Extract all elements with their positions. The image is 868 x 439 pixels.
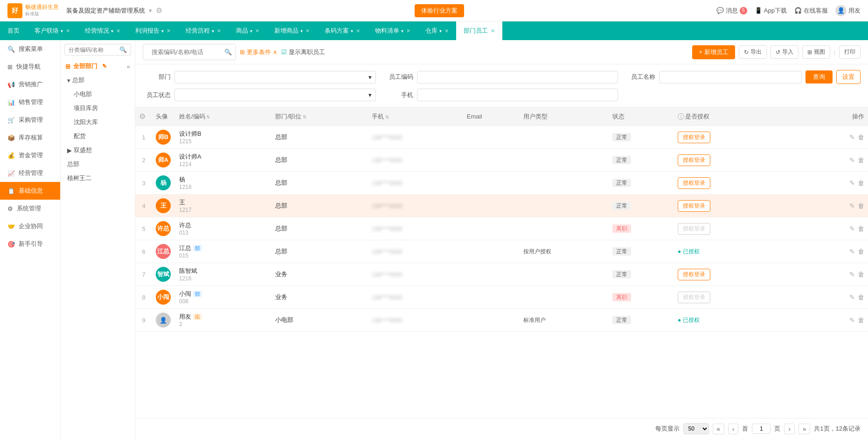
tab-warehouse[interactable]: 仓库 ▾✕ <box>418 21 456 40</box>
auth-btn[interactable]: 授权登录 <box>678 132 710 143</box>
dept-node-zongbu[interactable]: 总部 <box>61 157 135 171</box>
delete-icon[interactable]: 🗑 <box>858 248 864 255</box>
tab-close[interactable]: ✕ <box>255 28 259 34</box>
sidebar-item-inventory[interactable]: 📦 库存核算 <box>0 129 60 146</box>
show-inactive-label[interactable]: ☑ 显示离职员工 <box>281 48 325 56</box>
delete-icon[interactable]: 🗑 <box>858 316 864 324</box>
edit-icon[interactable]: ✎ <box>849 133 855 141</box>
dept-node-shuangsheng[interactable]: ▶ 双盛想 <box>61 143 135 157</box>
tab-close[interactable]: ✕ <box>217 28 221 34</box>
filter-dept-select[interactable]: ▾ <box>174 71 376 84</box>
first-page-btn[interactable]: « <box>713 424 724 434</box>
tab-customer[interactable]: 客户联络 ▾✕ <box>27 21 77 40</box>
tab-close[interactable]: ✕ <box>116 28 120 34</box>
tab-operation[interactable]: 经营情况 ▾✕ <box>77 21 128 40</box>
sidebar-item-basic[interactable]: 📋 基础信息 <box>0 182 60 200</box>
delete-icon[interactable]: 🗑 <box>858 133 864 141</box>
dept-edit-icon[interactable]: ✎ <box>102 63 107 70</box>
prev-page-btn[interactable]: ‹ <box>728 424 738 434</box>
auth-btn[interactable]: 授权登录 <box>678 154 710 166</box>
dropdown-icon[interactable]: ▾ <box>149 7 152 14</box>
auth-info-icon[interactable]: i <box>678 113 684 120</box>
sidebar-item-marketing[interactable]: 📢 营销推广 <box>0 76 60 93</box>
dept-node-shenyang[interactable]: 沈阳大库 <box>61 115 135 129</box>
tab-goods[interactable]: 商品 ▾✕ <box>229 21 267 40</box>
filter-settings-btn[interactable]: 设置 <box>836 70 861 84</box>
tab-close[interactable]: ✕ <box>356 28 360 34</box>
sidebar-item-management[interactable]: 📈 经营管理 <box>0 164 60 182</box>
auth-btn[interactable]: 授权登录 <box>678 292 710 303</box>
edit-icon[interactable]: ✎ <box>849 225 855 232</box>
sidebar-item-nav[interactable]: ⊞ 快捷导航 <box>0 58 60 76</box>
page-input[interactable] <box>752 424 771 434</box>
tab-close[interactable]: ✕ <box>167 28 171 34</box>
print-btn[interactable]: 打印 <box>839 45 861 59</box>
filter-phone-input[interactable] <box>417 89 618 101</box>
dept-node-zongbu-root[interactable]: ▾ 总部 <box>61 73 135 87</box>
tab-close[interactable]: ✕ <box>406 28 410 34</box>
tab-close[interactable]: ✕ <box>306 28 310 34</box>
edit-icon[interactable]: ✎ <box>849 293 855 301</box>
th-dept[interactable]: 部门/职位 <box>271 107 368 126</box>
edit-icon[interactable]: ✎ <box>849 179 855 187</box>
tab-close[interactable]: ✕ <box>66 28 70 34</box>
delete-icon[interactable]: 🗑 <box>858 156 864 164</box>
dept-search-input[interactable] <box>69 47 118 53</box>
edit-icon[interactable]: ✎ <box>849 271 855 278</box>
delete-icon[interactable]: 🗑 <box>858 179 864 187</box>
dept-node-xiao[interactable]: 小电部 <box>61 87 135 101</box>
query-btn[interactable]: 查询 <box>806 70 833 84</box>
auth-btn[interactable]: 授权登录 <box>678 223 710 235</box>
trial-button[interactable]: 体验行业方案 <box>415 4 464 17</box>
edit-icon[interactable]: ✎ <box>849 156 855 164</box>
tab-barcode[interactable]: 条码方案 ▾✕ <box>317 21 368 40</box>
search-input[interactable] <box>147 46 222 58</box>
sidebar-item-purchase[interactable]: 🛒 采购管理 <box>0 111 60 129</box>
tab-close[interactable]: ✕ <box>444 28 449 34</box>
delete-icon[interactable]: 🗑 <box>858 293 864 301</box>
edit-icon[interactable]: ✎ <box>849 248 855 255</box>
show-inactive-checkbox[interactable]: ☑ <box>281 49 287 56</box>
dept-collapse-btn[interactable]: « <box>127 63 130 70</box>
sidebar-item-search[interactable]: 🔍 搜索菜单 <box>0 40 60 58</box>
page-size-select[interactable]: 50 100 <box>683 423 709 434</box>
th-phone[interactable]: 手机 <box>368 107 463 126</box>
tab-new-goods[interactable]: 新增商品 ▾✕ <box>267 21 317 40</box>
settings-icon[interactable]: ⚙ <box>156 6 162 15</box>
filter-status-select[interactable]: ▾ <box>174 89 376 101</box>
delete-icon[interactable]: 🗑 <box>858 271 864 278</box>
app-download-item[interactable]: 📱 App下载 <box>755 7 787 15</box>
dept-all-label[interactable]: ⊞ 全部部门 ✎ « <box>61 59 135 73</box>
user-item[interactable]: 👤 用友 <box>835 5 861 16</box>
tab-dept-employee[interactable]: 部门员工 ✕ <box>456 21 502 40</box>
tab-history[interactable]: 经营历程 ▾✕ <box>178 21 229 40</box>
th-name[interactable]: 姓名/编码 <box>175 107 271 126</box>
online-service-item[interactable]: 🎧 在线客服 <box>794 7 828 15</box>
filter-more-btn[interactable]: ⊞ 更多条件 ∧ <box>240 48 278 56</box>
sidebar-item-guide[interactable]: 🎯 新手引导 <box>0 235 60 253</box>
sidebar-item-finance[interactable]: 💰 资金管理 <box>0 146 60 164</box>
edit-icon[interactable]: ✎ <box>849 316 855 324</box>
auth-btn[interactable]: 授权登录 <box>678 269 710 280</box>
next-page-btn[interactable]: › <box>784 424 794 434</box>
add-employee-btn[interactable]: + 新增员工 <box>692 45 735 59</box>
delete-icon[interactable]: 🗑 <box>858 202 864 209</box>
auth-btn[interactable]: 授权登录 <box>678 200 710 212</box>
edit-icon[interactable]: ✎ <box>849 202 855 209</box>
table-settings-icon[interactable]: ⚙ <box>139 112 146 120</box>
sidebar-item-collab[interactable]: 🤝 企业协同 <box>0 217 60 235</box>
import-btn[interactable]: ↺ 导入 <box>771 45 799 59</box>
message-item[interactable]: 💬 消息 5 <box>716 7 747 15</box>
tab-close[interactable]: ✕ <box>491 28 495 34</box>
filter-name-input[interactable] <box>659 71 802 84</box>
tab-home[interactable]: 首页 <box>0 21 27 40</box>
view-btn[interactable]: ⊞ 视图 <box>802 45 830 59</box>
export-btn[interactable]: ↻ 导出 <box>739 45 767 59</box>
last-page-btn[interactable]: » <box>799 424 810 434</box>
sidebar-item-sales[interactable]: 📊 销售管理 <box>0 93 60 111</box>
filter-code-input[interactable] <box>417 71 618 84</box>
search-box[interactable]: 🔍 <box>143 44 236 60</box>
tab-profit[interactable]: 利润报告 ▾✕ <box>128 21 178 40</box>
tab-bom[interactable]: 物料清单 ▾✕ <box>368 21 418 40</box>
dept-node-peihuo[interactable]: 配货 <box>61 129 135 143</box>
